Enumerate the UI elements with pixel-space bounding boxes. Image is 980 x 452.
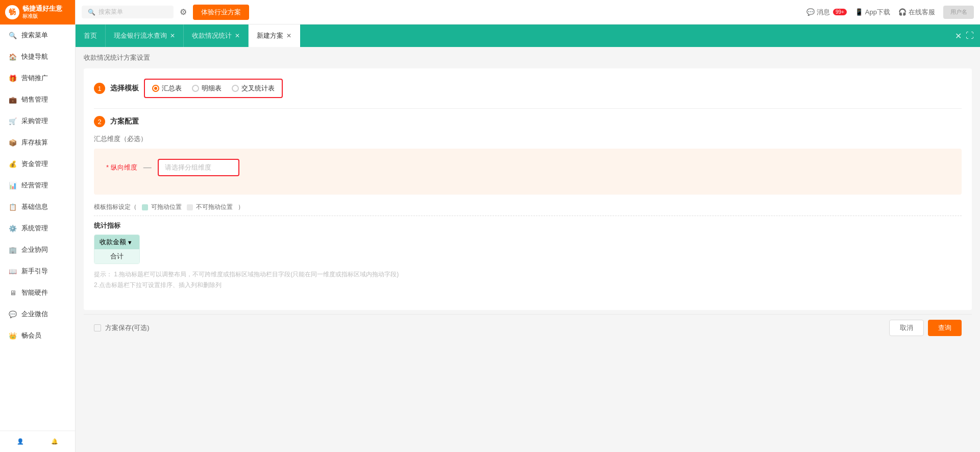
dim-row-label: * 纵向维度: [106, 163, 137, 172]
purchase-icon: 🛒: [8, 116, 17, 126]
sidebar-item-quick-nav[interactable]: 🏠 快捷导航: [0, 46, 75, 67]
save-plan-label: 方案保存(可选): [105, 323, 150, 332]
trial-button[interactable]: 体验行业方案: [193, 5, 249, 20]
sidebar-footer-btn2[interactable]: 🔔: [39, 435, 71, 448]
step1-label: 选择模板: [110, 84, 139, 93]
hardware-icon: 🖥: [8, 288, 17, 297]
radio-detail-circle: [192, 85, 199, 92]
radio-summary[interactable]: 汇总表: [152, 84, 182, 93]
topbar-right: 💬 消息 99+ 📱 App下载 🎧 在线客服 用户名: [806, 6, 974, 19]
service-btn[interactable]: 🎧 在线客服: [898, 8, 935, 17]
step2-header: 2 方案配置: [94, 116, 962, 127]
app-download-btn[interactable]: 📱 App下载: [855, 8, 890, 17]
tab-bank-flow[interactable]: 现金银行流水查询 ✕: [106, 25, 184, 47]
dim-config: 汇总维度（必选） * 纵向维度 — 请选择分组维度: [94, 134, 962, 290]
col-header-amount[interactable]: 收款金额 ▾: [94, 235, 139, 249]
sidebar-item-wechat[interactable]: 💬 企业微信: [0, 303, 75, 325]
wechat-icon: 💬: [8, 310, 17, 319]
sidebar-item-purchase[interactable]: 🛒 采购管理: [0, 110, 75, 132]
tab-expand-icon[interactable]: ⛶: [966, 31, 974, 40]
ops-icon: 📊: [8, 181, 17, 190]
dim-title: 汇总维度（必选）: [94, 134, 962, 144]
dim-select[interactable]: 请选择分组维度: [158, 159, 239, 176]
sidebar-footer-btn1[interactable]: 👤: [4, 435, 37, 448]
indicator-col-amount: 收款金额 ▾ 合计: [94, 234, 140, 264]
cancel-button[interactable]: 取消: [889, 320, 924, 336]
corp-icon: 🏢: [8, 245, 17, 254]
col-dropdown-icon: ▾: [128, 239, 132, 246]
sidebar-item-sales[interactable]: 💼 销售管理: [0, 89, 75, 110]
topbar-search[interactable]: 🔍 搜索菜单: [82, 6, 174, 18]
sidebar-item-hardware[interactable]: 🖥 智能硬件: [0, 282, 75, 303]
tab-close-bank-flow[interactable]: ✕: [170, 32, 175, 39]
draggable-dot: [142, 204, 148, 210]
sidebar-item-ops[interactable]: 📊 经营管理: [0, 175, 75, 196]
tabbar: 首页 现金银行流水查询 ✕ 收款情况统计 ✕ 新建方案 ✕ ✕ ⛶: [76, 25, 980, 47]
quick-nav-icon: 🏠: [8, 52, 17, 61]
non-draggable-dot: [187, 204, 193, 210]
tab-collection-stat[interactable]: 收款情况统计 ✕: [184, 25, 249, 47]
sidebar-item-system[interactable]: ⚙️ 系统管理: [0, 218, 75, 239]
sidebar-logo: 畅 畅捷通好生意 标准版: [0, 0, 75, 25]
step1-num: 1: [94, 83, 105, 94]
sidebar-item-member[interactable]: 👑 畅会员: [0, 325, 75, 346]
step2-section: 2 方案配置 汇总维度（必选） * 纵向维度 — 请选择分组维度: [94, 116, 962, 290]
guide-icon: 📖: [8, 267, 17, 276]
config-card: 1 选择模板 汇总表 明细表: [84, 68, 972, 310]
hints: 提示： 1.拖动标题栏可以调整布局，不可跨维度或指标区域拖动栏目字段(只能在同一…: [94, 270, 962, 290]
dim-area: * 纵向维度 — 请选择分组维度: [94, 149, 962, 195]
radio-cross[interactable]: 交叉统计表: [232, 84, 275, 93]
radio-cross-circle: [232, 85, 239, 92]
radio-summary-circle: [152, 85, 159, 92]
msg-icon: 💬: [806, 8, 815, 16]
sidebar-item-guide[interactable]: 📖 新手引导: [0, 260, 75, 282]
indicator-table: 收款金额 ▾ 合计: [94, 234, 962, 264]
page-title: 收款情况统计方案设置: [84, 53, 972, 62]
logo-icon: 畅: [5, 5, 19, 19]
radio-detail[interactable]: 明细表: [192, 84, 222, 93]
tab-actions: ✕ ⛶: [949, 25, 980, 47]
content-area: 收款情况统计方案设置 1 选择模板 汇总表: [76, 47, 980, 452]
search-menu-icon: 🔍: [8, 31, 17, 40]
step2-num: 2: [94, 116, 105, 127]
divider1: [94, 108, 962, 109]
save-plan-checkbox[interactable]: [94, 324, 101, 331]
footer: 方案保存(可选) 取消 查询: [84, 314, 972, 341]
app-icon: 📱: [855, 8, 863, 16]
inventory-icon: 📦: [8, 138, 17, 147]
col-body-total: 合计: [94, 249, 139, 264]
indicator-header: 模板指标设定（ 可拖动位置 不可拖动位置 ）: [94, 203, 962, 216]
sidebar-item-finance[interactable]: 💰 资金管理: [0, 153, 75, 175]
dim-row: * 纵向维度 — 请选择分组维度: [106, 159, 949, 176]
tab-close-window-icon[interactable]: ✕: [955, 31, 962, 41]
sidebar-item-info[interactable]: 📋 基础信息: [0, 196, 75, 218]
tab-close-collection-stat[interactable]: ✕: [235, 32, 240, 39]
tab-home[interactable]: 首页: [76, 25, 106, 47]
stat-label: 统计指标: [94, 221, 962, 230]
msg-btn[interactable]: 💬 消息 99+: [806, 8, 847, 17]
tab-close-new-plan[interactable]: ✕: [286, 32, 291, 39]
step2-label: 方案配置: [110, 117, 139, 126]
finance-icon: 💰: [8, 159, 17, 169]
sidebar-item-corp[interactable]: 🏢 企业协同: [0, 239, 75, 260]
sidebar-item-search-menu[interactable]: 🔍 搜索菜单: [0, 25, 75, 46]
template-radio-group: 汇总表 明细表 交叉统计表: [144, 79, 283, 98]
info-icon: 📋: [8, 202, 17, 211]
sidebar-item-inventory[interactable]: 📦 库存核算: [0, 132, 75, 153]
step1-section: 1 选择模板 汇总表 明细表: [94, 79, 962, 98]
search-icon: 🔍: [88, 9, 95, 16]
footer-actions: 取消 查询: [889, 320, 962, 336]
legend-non-draggable: 不可拖动位置: [187, 203, 233, 211]
marketing-icon: 🎁: [8, 74, 17, 83]
step1-header: 1 选择模板 汇总表 明细表: [94, 79, 962, 98]
tab-new-plan[interactable]: 新建方案 ✕: [249, 25, 300, 47]
legend-draggable: 可拖动位置: [142, 203, 182, 211]
sidebar: 畅 畅捷通好生意 标准版 🔍 搜索菜单 🏠 快捷导航 🎁 营销推广 💼 销售管理…: [0, 0, 76, 452]
query-button[interactable]: 查询: [928, 320, 962, 336]
system-icon: ⚙️: [8, 224, 17, 233]
avatar[interactable]: 用户名: [943, 6, 974, 19]
main-area: 🔍 搜索菜单 ⚙ 体验行业方案 💬 消息 99+ 📱 App下载 🎧 在线客服 …: [76, 0, 980, 452]
sales-icon: 💼: [8, 95, 17, 104]
sidebar-item-marketing[interactable]: 🎁 营销推广: [0, 67, 75, 89]
settings-icon[interactable]: ⚙: [180, 7, 187, 17]
